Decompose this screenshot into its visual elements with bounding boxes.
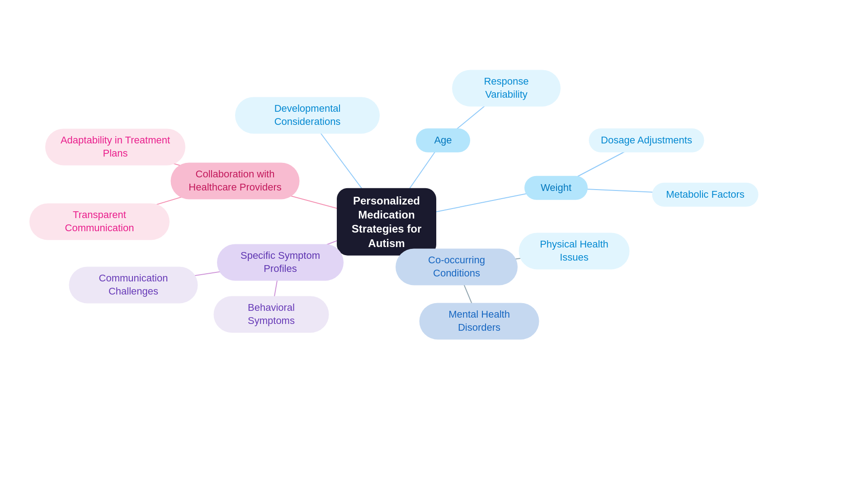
node-behavioral-symptoms: Behavioral Symptoms [214,296,329,333]
node-metabolic-factors: Metabolic Factors [652,183,759,207]
center-node: Personalized Medication Strategies for A… [337,188,436,256]
node-developmental-considerations: Developmental Considerations [235,97,380,133]
node-specific-symptom-profiles: Specific Symptom Profiles [217,244,344,281]
node-co-occurring-conditions: Co-occurring Conditions [396,248,518,285]
node-dosage-adjustments: Dosage Adjustments [589,128,704,152]
node-communication-challenges: Communication Challenges [69,266,198,303]
node-collaboration: Collaboration with Healthcare Providers [171,162,300,199]
node-weight: Weight [524,176,588,200]
node-mental-health-disorders: Mental Health Disorders [420,303,539,339]
node-response-variability: Response Variability [452,70,561,106]
node-physical-health-issues: Physical Health Issues [519,233,630,269]
node-adaptability: Adaptability in Treatment Plans [45,128,185,165]
node-age: Age [416,128,470,152]
node-transparent-communication: Transparent Communication [29,203,170,240]
